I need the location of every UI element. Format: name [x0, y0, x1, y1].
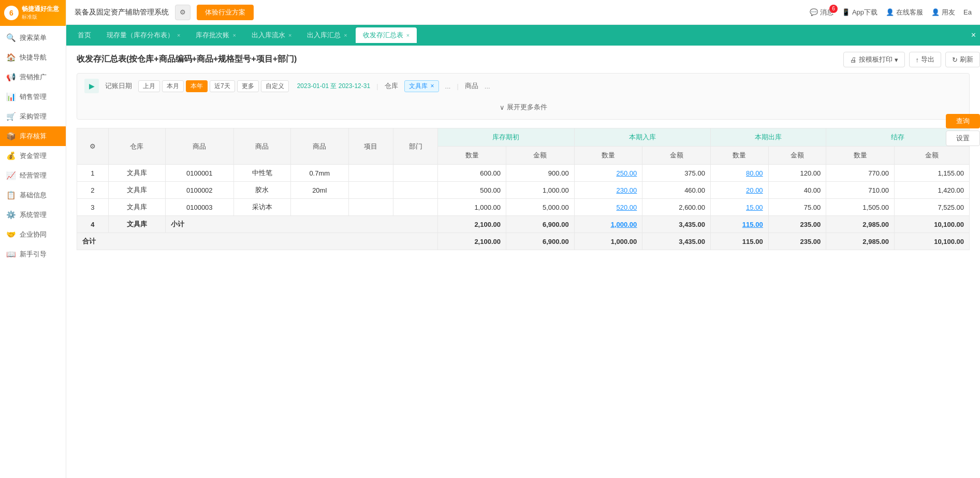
cell-open-amt: 1,000.00	[506, 182, 574, 199]
date-btn-上月[interactable]: 上月	[138, 80, 160, 92]
system-title: 装备及固定资产辅助管理系统	[75, 8, 169, 17]
query-button[interactable]: 查询	[946, 114, 980, 128]
cell-close-qty: 710.00	[826, 182, 895, 199]
tab-home[interactable]: 首页	[70, 27, 98, 43]
print-button[interactable]: 🖨 按模板打印 ▾	[843, 52, 905, 67]
cell-out-qty[interactable]: 20.00	[710, 182, 768, 199]
date-filter-buttons: 上月本月本年近7天更多自定义	[138, 80, 289, 92]
tab-in_out_summary[interactable]: 出入库汇总 ×	[300, 27, 354, 43]
tab-recv_send[interactable]: 收发存汇总表 ×	[356, 27, 417, 43]
warehouse-more-button[interactable]: ...	[445, 82, 451, 90]
subtotal-out-amt: 235.00	[768, 216, 826, 233]
total-in-qty: 1,000.00	[574, 233, 642, 250]
subtotal-out-qty[interactable]: 115.00	[710, 216, 768, 233]
sidebar-item-inventory[interactable]: 📦库存核算	[0, 126, 66, 146]
cell-code: 0100002	[165, 182, 233, 199]
date-btn-自定义[interactable]: 自定义	[261, 80, 289, 92]
cell-in-qty[interactable]: 250.00	[574, 165, 642, 182]
sidebar-item-system[interactable]: ⚙️系统管理	[0, 205, 66, 225]
cell-warehouse: 文具库	[108, 199, 165, 216]
app-download-label: App下载	[852, 8, 877, 17]
date-btn-本月[interactable]: 本月	[162, 80, 184, 92]
export-icon: ↑	[916, 56, 919, 64]
subtotal-in-amt: 3,435.00	[642, 216, 711, 233]
finance-icon: 💰	[6, 151, 16, 161]
cell-project	[348, 199, 393, 216]
tab-close-in_out_flow[interactable]: ×	[288, 32, 291, 38]
cell-open-qty: 600.00	[438, 165, 506, 182]
ea-button[interactable]: Ea	[963, 8, 972, 16]
header-settings-button[interactable]: ⚙	[175, 5, 191, 20]
tab-batch[interactable]: 库存批次账 ×	[188, 27, 243, 43]
date-btn-本年[interactable]: 本年	[186, 80, 208, 92]
cell-in-qty[interactable]: 230.00	[574, 182, 642, 199]
sidebar-item-collab[interactable]: 🤝企业协同	[0, 225, 66, 244]
cell-in-qty[interactable]: 520.00	[574, 199, 642, 216]
date-btn-更多[interactable]: 更多	[237, 80, 259, 92]
sidebar-item-label: 销售管理	[20, 92, 47, 102]
experience-button[interactable]: 体验行业方案	[197, 5, 254, 20]
cell-warehouse: 文具库	[108, 182, 165, 199]
sidebar-item-sales[interactable]: 📊销售管理	[0, 87, 66, 107]
cell-out-qty[interactable]: 15.00	[710, 199, 768, 216]
online-service-button[interactable]: 👤 在线客服	[886, 8, 923, 17]
cell-close-amt: 7,525.00	[894, 199, 969, 216]
cell-open-amt: 900.00	[506, 165, 574, 182]
page-title: 收发存汇总表(按仓库+商品编码+商品+规格型号+项目+部门)	[77, 54, 970, 65]
tab-in_out_flow[interactable]: 出入库流水 ×	[244, 27, 299, 43]
app-download-button[interactable]: 📱 App下载	[842, 8, 877, 17]
sidebar-item-label: 资金管理	[20, 151, 47, 161]
sidebar-item-quick[interactable]: 🏠快捷导航	[0, 48, 66, 67]
system-icon: ⚙️	[6, 210, 16, 220]
tab-stock_dist[interactable]: 现存量（库存分布表） ×	[99, 27, 187, 43]
page-content: 收发存汇总表(按仓库+商品编码+商品+规格型号+项目+部门) 🖨 按模板打印 ▾…	[66, 46, 980, 478]
total-close-qty: 2,985.00	[826, 233, 895, 250]
sidebar-item-purchase[interactable]: 🛒采购管理	[0, 107, 66, 126]
sidebar-item-finance[interactable]: 💰资金管理	[0, 146, 66, 166]
refresh-button[interactable]: ↻ 刷新	[945, 52, 980, 67]
filter-row-1: ▶ 记账日期 上月本月本年近7天更多自定义 2023-01-01 至 2023-…	[84, 79, 962, 93]
user-button[interactable]: 👤 用友	[931, 8, 955, 17]
sidebar-item-base[interactable]: 📋基础信息	[0, 185, 66, 205]
th-in-qty: 数量	[574, 147, 642, 165]
filter-toggle-button[interactable]: ▶	[84, 79, 99, 93]
expand-label: 展开更多条件	[507, 103, 547, 112]
warehouse-value: 文具库	[409, 82, 428, 91]
tab-label: 出入库流水	[252, 31, 285, 40]
cell-close-qty: 770.00	[826, 165, 895, 182]
product-more-button[interactable]: ...	[485, 82, 490, 90]
notifications-button[interactable]: 💬 消息 6	[810, 8, 833, 17]
sidebar: 6 畅捷通好生意 标准版 🔍搜索菜单🏠快捷导航📢营销推广📊销售管理🛒采购管理📦库…	[0, 0, 66, 478]
business-icon: 📈	[6, 171, 16, 180]
sidebar-item-business[interactable]: 📈经营管理	[0, 166, 66, 185]
date-btn-近7天[interactable]: 近7天	[210, 80, 235, 92]
cell-out-qty[interactable]: 80.00	[710, 165, 768, 182]
top-header: 装备及固定资产辅助管理系统 ⚙ 体验行业方案 💬 消息 6 📱 App下载 👤 …	[66, 0, 980, 25]
th-dept: 部门	[393, 128, 437, 165]
print-label: 按模板打印	[859, 55, 893, 64]
sidebar-item-label: 经营管理	[20, 171, 47, 180]
warehouse-tag-close[interactable]: ×	[431, 82, 434, 90]
column-settings-button[interactable]: 设置	[946, 131, 980, 146]
refresh-icon: ↻	[952, 56, 958, 64]
sidebar-item-search[interactable]: 🔍搜索菜单	[0, 28, 66, 48]
subtotal-in-qty[interactable]: 1,000.00	[574, 216, 642, 233]
tab-close-batch[interactable]: ×	[232, 32, 236, 38]
sidebar-header: 6 畅捷通好生意 标准版	[0, 0, 66, 26]
sidebar-item-marketing[interactable]: 📢营销推广	[0, 67, 66, 87]
close-all-tabs-button[interactable]: ×	[971, 31, 976, 40]
inventory-icon: 📦	[6, 132, 16, 141]
cell-out-amt: 75.00	[768, 199, 826, 216]
sidebar-item-guide[interactable]: 📖新手引导	[0, 244, 66, 264]
cell-spec: 0.7mm	[290, 165, 348, 182]
tab-close-recv_send[interactable]: ×	[406, 32, 409, 38]
tab-close-stock_dist[interactable]: ×	[177, 32, 180, 38]
export-button[interactable]: ↑ 导出	[909, 52, 942, 67]
expand-conditions-button[interactable]: ∨ 展开更多条件	[500, 100, 547, 114]
ea-label: Ea	[963, 8, 972, 16]
tab-close-in_out_summary[interactable]: ×	[344, 32, 347, 38]
warehouse-filter-label: 仓库	[385, 81, 398, 91]
sidebar-item-label: 新手引导	[20, 250, 47, 259]
subtotal-row: 4 文具库 小计 2,100.00 6,900.00 1,000.00 3,43…	[77, 216, 970, 233]
th-in-group: 本期入库	[574, 128, 710, 147]
